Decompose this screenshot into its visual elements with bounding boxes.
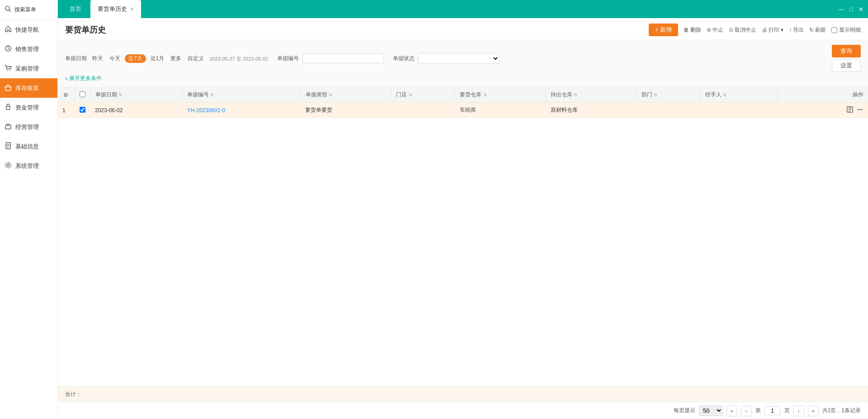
- header-actions: + 新增 🗑 删除 ⊘ 中止 ⊙ 取消中止 🖨 打印 ▾: [649, 24, 861, 36]
- sidebar-item-finance[interactable]: 资金管理: [0, 98, 57, 117]
- th-doc-type-label: 单据类型: [306, 91, 327, 98]
- date-opt-7days[interactable]: 近7天: [125, 54, 146, 63]
- sort-pending-warehouse-icon[interactable]: ⇅: [574, 92, 577, 97]
- cancel-stop-label: 取消中止: [735, 26, 756, 34]
- sidebar-item-label: 资金管理: [15, 104, 39, 112]
- sort-doc-number-icon[interactable]: ⇅: [210, 92, 214, 97]
- sidebar-item-label: 销售管理: [15, 45, 39, 53]
- filter-settings-button[interactable]: 设置: [832, 59, 861, 72]
- stop-button[interactable]: ⊘ 中止: [707, 26, 723, 34]
- row-checkbox[interactable]: [80, 107, 85, 113]
- sidebar-item-operation[interactable]: 经营管理: [0, 117, 57, 137]
- svg-point-19: [861, 109, 863, 110]
- page-size-label: 每页显示: [674, 407, 695, 414]
- sidebar-item-label: 快捷导航: [15, 26, 39, 34]
- page-number-input[interactable]: [764, 406, 781, 415]
- display-detail-toggle[interactable]: 显示明细: [831, 26, 861, 34]
- refresh-label: 刷新: [815, 26, 826, 34]
- th-operations: 操作: [778, 87, 868, 103]
- row-more-button[interactable]: [856, 106, 863, 114]
- refresh-button[interactable]: ↻ 刷新: [809, 26, 826, 34]
- th-doc-number: 单据编号 ⇅: [182, 87, 301, 103]
- th-doc-date-label: 单据日期: [95, 91, 117, 98]
- doc-status-label: 单据状态: [393, 55, 415, 62]
- doc-number-filter-group: 单据编号: [277, 53, 384, 63]
- sidebar-search[interactable]: 搜索菜单: [0, 0, 57, 20]
- th-pending-warehouse-label: 待出仓库: [551, 91, 572, 98]
- topbar: 首页 要货单历史 ✕ — □ ✕: [58, 0, 868, 18]
- th-req-warehouse: 要货仓库 ⇅: [455, 87, 546, 103]
- sidebar-item-inventory[interactable]: 库存核算: [0, 78, 57, 98]
- doc-number-link[interactable]: YH-20230602-0: [187, 107, 225, 114]
- last-page-button[interactable]: »: [808, 405, 819, 416]
- home-icon: [5, 25, 12, 34]
- tab-close-icon[interactable]: ✕: [130, 6, 134, 12]
- td-checkbox: [74, 103, 90, 118]
- maximize-button[interactable]: □: [849, 6, 853, 13]
- sidebar: 搜索菜单 快捷导航 销售管理 采购管理: [0, 0, 58, 419]
- sidebar-item-label: 采购管理: [15, 65, 39, 73]
- svg-point-3: [7, 70, 8, 71]
- total-info: 共1页，1条记录: [822, 407, 861, 414]
- sidebar-item-quick-nav[interactable]: 快捷导航: [0, 20, 57, 39]
- display-detail-checkbox[interactable]: [831, 27, 837, 33]
- file-icon: [5, 142, 12, 151]
- table-header-row: ⚙ 单据日期 ⇅ 单据编号 ⇅: [58, 87, 868, 103]
- th-doc-number-label: 单据编号: [187, 91, 209, 98]
- tab-requisition-history[interactable]: 要货单历史 ✕: [90, 0, 141, 18]
- expand-icon: ▿: [65, 76, 68, 82]
- sidebar-item-label: 经营管理: [15, 123, 39, 131]
- search-icon: [5, 5, 12, 14]
- export-button[interactable]: ↑ 导出: [789, 26, 804, 34]
- sort-req-warehouse-icon[interactable]: ⇅: [483, 92, 487, 97]
- sidebar-item-label: 基础信息: [15, 143, 39, 151]
- date-opt-today[interactable]: 今天: [108, 54, 122, 63]
- total-label: 合计：: [65, 390, 81, 398]
- next-page-button[interactable]: ›: [793, 405, 804, 416]
- column-settings-icon[interactable]: ⚙: [63, 92, 68, 98]
- page-label-suffix: 页: [784, 407, 790, 414]
- close-window-button[interactable]: ✕: [859, 6, 863, 13]
- sidebar-item-basic[interactable]: 基础信息: [0, 137, 57, 156]
- sort-store-icon[interactable]: ⇅: [409, 92, 412, 97]
- sidebar-item-sales[interactable]: 销售管理: [0, 39, 57, 59]
- new-button[interactable]: + 新增: [649, 24, 678, 36]
- cancel-stop-button[interactable]: ⊙ 取消中止: [729, 26, 756, 34]
- sidebar-item-label: 系统管理: [15, 162, 39, 170]
- th-settings[interactable]: ⚙: [58, 87, 74, 103]
- chart-icon: [5, 45, 12, 53]
- sidebar-item-purchase[interactable]: 采购管理: [0, 59, 57, 78]
- tab-home[interactable]: 首页: [62, 0, 89, 18]
- date-opt-1month[interactable]: 近1月: [149, 54, 166, 63]
- sort-doc-date-icon[interactable]: ⇅: [118, 92, 122, 97]
- page-size-select[interactable]: 10 20 50 100: [699, 405, 723, 416]
- th-department-label: 部门: [642, 91, 652, 98]
- th-store: 门店 ⇅: [392, 87, 455, 103]
- doc-number-input[interactable]: [302, 53, 384, 63]
- doc-status-filter-group: 单据状态: [393, 53, 500, 64]
- print-button[interactable]: 🖨 打印 ▾: [762, 26, 783, 34]
- minimize-button[interactable]: —: [838, 6, 844, 13]
- select-all-checkbox[interactable]: [80, 91, 85, 97]
- lock-icon: [5, 103, 12, 112]
- row-view-button[interactable]: [846, 106, 854, 114]
- sort-handler-icon[interactable]: ⇅: [723, 92, 726, 97]
- doc-status-select[interactable]: [418, 53, 500, 64]
- date-opt-custom[interactable]: 自定义: [186, 54, 206, 63]
- main-area: 首页 要货单历史 ✕ — □ ✕ 要货单历史 + 新增 🗑 删除 ⊘: [58, 0, 868, 419]
- prev-page-button[interactable]: ‹: [741, 405, 752, 416]
- sort-doc-type-icon[interactable]: ⇅: [329, 92, 332, 97]
- page-label-prefix: 第: [755, 407, 761, 414]
- sort-department-icon[interactable]: ⇅: [654, 92, 657, 97]
- print-dropdown-icon: ▾: [781, 27, 783, 33]
- expand-more-button[interactable]: ▿ 展开更多条件: [65, 75, 861, 82]
- first-page-button[interactable]: «: [726, 405, 737, 416]
- table-row[interactable]: 1 2023-06-02 YH-20230602-0 要货单要货 车间库 原材料…: [58, 103, 868, 118]
- table-footer: 合计：: [58, 386, 868, 402]
- date-opt-more[interactable]: 更多: [169, 54, 183, 63]
- sidebar-item-system[interactable]: 系统管理: [0, 156, 57, 176]
- query-button[interactable]: 查询: [832, 45, 861, 57]
- date-opt-yesterday[interactable]: 昨天: [90, 54, 105, 63]
- delete-label: 删除: [690, 26, 701, 34]
- delete-button[interactable]: 🗑 删除: [684, 26, 701, 34]
